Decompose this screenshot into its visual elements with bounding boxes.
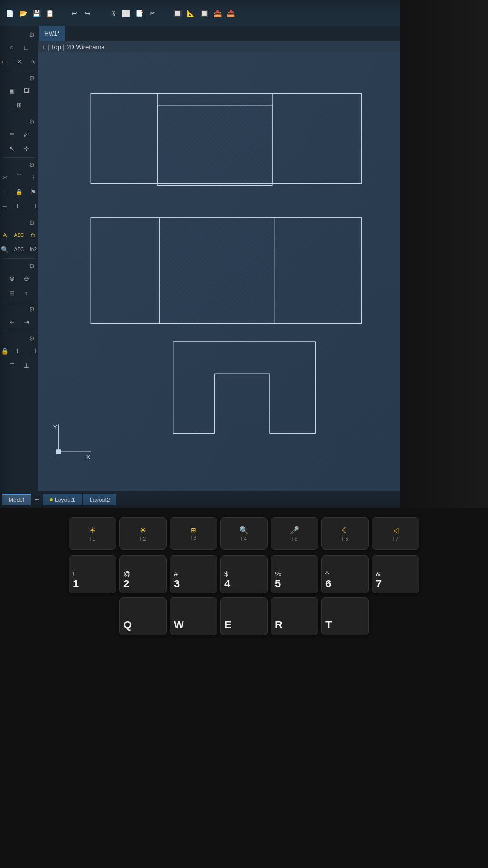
key-f2[interactable]: ☀ F2 [119, 517, 167, 550]
move1-tool[interactable]: ⇤ [5, 315, 19, 328]
zoom-tool[interactable]: 🔍 [0, 243, 11, 256]
cut-icon[interactable]: ✂ [147, 8, 158, 19]
scissors-tool[interactable]: ✂ [0, 171, 11, 184]
measure-tool[interactable]: ABC [12, 243, 26, 256]
rect2-tool[interactable]: ▭ [0, 55, 11, 68]
num-key-row: ! 1 @ 2 # 3 $ 4 % 5 ^ 6 & 7 [0, 553, 488, 595]
key-f5[interactable]: 🎤 F5 [271, 517, 318, 550]
svg-rect-11 [160, 218, 274, 324]
toolbar-gear-4[interactable]: ⚙ [28, 160, 36, 170]
constrain1-tool[interactable]: ⊕ [0, 272, 4, 285]
snap5-tool[interactable]: ⊥ [20, 358, 33, 372]
undo-icon[interactable]: ↩ [69, 8, 80, 19]
move2-tool[interactable]: ⇥ [20, 315, 33, 328]
snap2-tool[interactable]: ⊢ [12, 344, 26, 357]
toolbar-gear-7[interactable]: ⚙ [28, 305, 36, 314]
constrain2-tool[interactable]: ⊗ [5, 272, 19, 285]
viewport-plus[interactable]: + [42, 43, 46, 51]
key-f6[interactable]: ☾ F6 [321, 517, 369, 550]
angle-tool[interactable]: ∟ [0, 185, 11, 198]
constrain5-tool[interactable]: ⊟ [0, 286, 4, 299]
toolbar-gear-2[interactable]: ⚙ [28, 73, 36, 83]
cross-tool[interactable]: ✕ [12, 55, 26, 68]
toolbar-gear-6[interactable]: ⚙ [28, 261, 36, 271]
redo-icon[interactable]: ↪ [82, 8, 93, 19]
tab-layout2[interactable]: Layout2 [83, 494, 117, 505]
snap1-tool[interactable]: 🔒 [0, 344, 11, 357]
constrain3-tool[interactable]: ⊖ [20, 272, 33, 285]
tab-model[interactable]: Model [2, 494, 31, 505]
key-e[interactable]: E [220, 597, 268, 635]
snap3-tool[interactable]: ⊣ [27, 344, 38, 357]
image-tool[interactable]: 🖼 [20, 84, 33, 97]
cad-viewport[interactable]: Y X [38, 52, 400, 491]
key-3[interactable]: # 3 [170, 555, 217, 593]
rect-tool[interactable]: □ [20, 41, 33, 54]
text-tool-A[interactable]: A [0, 228, 11, 242]
key-7[interactable]: & 7 [372, 555, 419, 593]
circle-tool[interactable]: ○ [5, 41, 19, 54]
save-icon[interactable]: 💾 [30, 8, 42, 19]
key-r[interactable]: R [271, 597, 318, 635]
key-w[interactable]: W [170, 597, 217, 635]
toolbar-gear-8[interactable]: ⚙ [28, 334, 36, 343]
tool9-icon[interactable]: 📥 [225, 8, 236, 19]
key-f3[interactable]: ⊞ F3 [170, 517, 217, 550]
flag-tool[interactable]: ⚑ [27, 185, 38, 198]
tab-hw1[interactable]: HW1* [39, 26, 65, 41]
wave-tool[interactable]: ∿ [27, 55, 38, 68]
key-1[interactable]: ! 1 [69, 555, 116, 593]
tool6-icon[interactable]: 📐 [185, 8, 196, 19]
plot-icon[interactable]: 📑 [133, 8, 145, 19]
text-tool-fn[interactable]: fn [27, 228, 38, 242]
svg-rect-24 [56, 449, 61, 454]
key-6[interactable]: ^ 6 [321, 555, 369, 593]
toolbar-gear-3[interactable]: ⚙ [28, 117, 36, 126]
dots-tool[interactable]: ⁝ [27, 171, 38, 184]
text-tool-abc[interactable]: ABC [12, 228, 26, 242]
viewport-separator1: | [48, 43, 49, 51]
constrain6-tool[interactable]: ⊞ [5, 286, 19, 299]
pen-tool[interactable]: ✏ [5, 127, 19, 141]
key-f1[interactable]: ☀ F1 [69, 517, 116, 550]
tab-layout1[interactable]: Layout1 [43, 494, 82, 505]
extend-tool[interactable]: ↔ [0, 199, 11, 213]
new-file-icon[interactable]: 📄 [4, 8, 15, 19]
print-icon[interactable]: 🖨 [107, 8, 118, 19]
tool8-icon[interactable]: 📤 [212, 8, 223, 19]
saveas-icon[interactable]: 📋 [44, 8, 55, 19]
key-f7[interactable]: ◁ F7 [372, 517, 419, 550]
constrain4-tool[interactable]: ⊡ [34, 272, 38, 285]
dim-tool[interactable]: fn2 [27, 243, 38, 256]
open-file-icon[interactable]: 📂 [17, 8, 29, 19]
key-q[interactable]: Q [119, 597, 167, 635]
toolbar-gear-5[interactable]: ⚙ [28, 218, 36, 227]
viewport-view-label[interactable]: Top [51, 43, 61, 51]
pointer-tool[interactable]: ↖ [5, 142, 19, 155]
snap4-tool[interactable]: ⊤ [5, 358, 19, 372]
arc-tool[interactable]: ⌒ [12, 171, 26, 184]
key-5[interactable]: % 5 [271, 555, 318, 593]
constrain7-tool[interactable]: ↕ [20, 286, 33, 299]
tool5-icon[interactable]: 🔲 [172, 8, 183, 19]
viewport-mode-label[interactable]: 2D Wireframe [66, 43, 104, 51]
select-tool[interactable]: ▣ [5, 84, 19, 97]
preview-icon[interactable]: ⬜ [120, 8, 132, 19]
stamp-tool[interactable]: 🖊 [20, 127, 33, 141]
tab-bar: + HW1* [0, 26, 400, 41]
key-2[interactable]: @ 2 [119, 555, 167, 593]
break-tool[interactable]: ⊣ [27, 199, 38, 213]
tab-add-button[interactable]: + [32, 495, 42, 504]
lock-tool[interactable]: 🔒 [12, 185, 26, 198]
toolbar-gear-1[interactable]: ⚙ [28, 30, 36, 40]
grid-tool[interactable]: ⊞ [12, 98, 26, 112]
node-tool[interactable]: ⊹ [20, 142, 33, 155]
tool7-icon[interactable]: 🔲 [198, 8, 210, 19]
trim-tool[interactable]: ⊢ [12, 199, 26, 213]
key-t[interactable]: T [321, 597, 369, 635]
key-f4[interactable]: 🔍 F4 [220, 517, 268, 550]
key-4[interactable]: $ 4 [220, 555, 268, 593]
viewport-separator2: | [63, 43, 64, 51]
viewport-label-bar: + | Top | 2D Wireframe [38, 41, 109, 52]
constrain8-tool[interactable]: ↗ [34, 286, 38, 299]
